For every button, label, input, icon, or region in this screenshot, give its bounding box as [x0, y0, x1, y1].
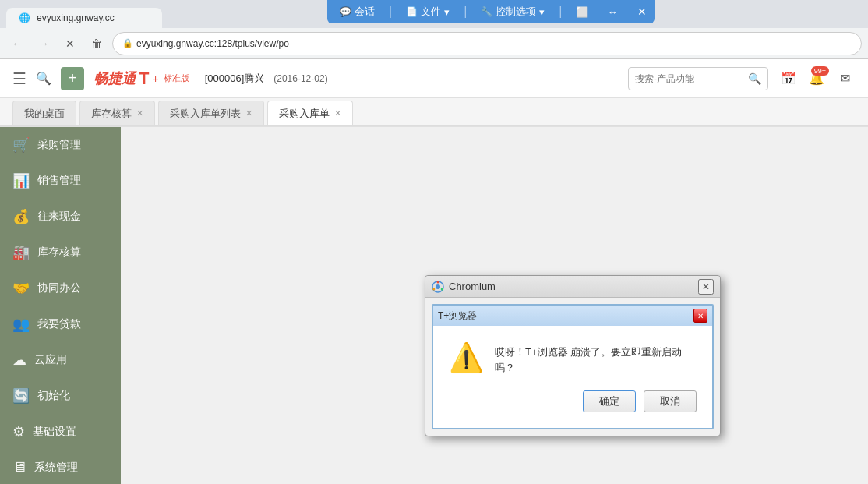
app-icons: 📅 🔔 99+ ✉ — [778, 68, 856, 90]
sidebar-item-init-label: 初始化 — [37, 389, 70, 403]
address-bar[interactable]: 🔒 evyuxing.gnway.cc:128/tplus/view/po — [112, 32, 862, 55]
chat-control-label: 控制选项 — [496, 5, 536, 19]
chat-file-label: 文件 — [421, 5, 441, 19]
chromium-logo — [432, 281, 444, 293]
company-code: [000006]腾兴 — [205, 72, 265, 86]
sidebar-item-cloud[interactable]: ☁ 云应用 — [0, 342, 121, 378]
notification-button[interactable]: 🔔 99+ — [806, 68, 827, 90]
url-text: evyuxing.gnway.cc:128/tplus/view/po — [136, 38, 289, 49]
sidebar-item-settings-label: 基础设置 — [33, 425, 76, 439]
crash-dialog-body: ⚠️ 哎呀！T+浏览器 崩溃了。要立即重新启动吗？ 确定 取消 — [433, 326, 712, 428]
crash-buttons: 确定 取消 — [449, 390, 697, 415]
sidebar-item-collab[interactable]: 🤝 协同办公 — [0, 270, 121, 306]
crash-dialog-message: ⚠️ 哎呀！T+浏览器 崩溃了。要立即重新启动吗？ — [449, 341, 697, 375]
tab-purchase-list[interactable]: 采购入库单列表 ✕ — [158, 101, 264, 125]
tab-my-desk-label: 我的桌面 — [24, 107, 65, 121]
svg-point-4 — [432, 288, 435, 290]
chat-expand-button[interactable]: ↔ — [602, 5, 622, 19]
crash-dialog: T+浏览器 ✕ ⚠️ 哎呀！T+浏览器 崩溃了。要立即重新启动吗？ 确定 取消 — [432, 304, 714, 429]
main-content: Chromium ✕ T+浏览器 ✕ ⚠️ 哎呀！T+浏览器 崩溃了。要立即重新… — [121, 127, 868, 484]
refresh-button[interactable]: 🗑 — [86, 33, 108, 55]
app-logo-text: 畅捷通 — [94, 69, 136, 88]
tab-purchase-order-close[interactable]: ✕ — [334, 108, 341, 118]
chat-session-label: 会话 — [355, 5, 375, 19]
svg-point-1 — [436, 284, 440, 289]
app-logo: 畅捷通 T + 标准版 — [94, 69, 189, 89]
tab-purchase-order[interactable]: 采购入库单 ✕ — [267, 101, 353, 125]
sidebar-item-cash[interactable]: 💰 往来现金 — [0, 199, 121, 235]
tab-inventory-calc-label: 库存核算 — [91, 107, 132, 121]
tab-inventory-calc-close[interactable]: ✕ — [136, 108, 143, 118]
chat-session-button[interactable]: 💬 会话 — [335, 3, 379, 20]
app-container: 🛒 采购管理 📊 销售管理 💰 往来现金 🏭 库存核算 🤝 协同办公 👥 我要贷… — [0, 127, 868, 484]
tab-title: evyuxing.gnway.cc — [37, 12, 115, 23]
chat-bar: 💬 会话 | 📄 文件 ▾ | 🔧 控制选项 ▾ | ⬜ ↔ ✕ — [327, 0, 655, 23]
confirm-button[interactable]: 确定 — [583, 390, 636, 412]
chat-screen-button[interactable]: ⬜ — [571, 5, 593, 19]
message-button[interactable]: ✉ — [834, 68, 856, 90]
browser-tab[interactable]: 🌐 evyuxing.gnway.cc — [6, 8, 162, 28]
settings-icon: ⚙ — [12, 423, 25, 440]
browser-toolbar: ← → ✕ 🗑 🔒 evyuxing.gnway.cc:128/tplus/vi… — [0, 28, 868, 59]
topbar-search-button[interactable]: 🔍 — [36, 71, 51, 86]
sidebar-item-sales[interactable]: 📊 销售管理 — [0, 163, 121, 199]
sidebar-item-loan-label: 我要贷款 — [37, 317, 81, 331]
chat-file-button[interactable]: 📄 文件 ▾ — [401, 3, 454, 20]
sidebar-item-init[interactable]: 🔄 初始化 — [0, 378, 121, 414]
cancel-button[interactable]: 取消 — [644, 390, 697, 412]
chevron-down-icon2: ▾ — [539, 6, 545, 18]
svg-point-3 — [441, 288, 443, 290]
cash-icon: 💰 — [12, 208, 30, 225]
chat-icon: 💬 — [340, 6, 351, 17]
app-topbar: ☰ 🔍 + 畅捷通 T + 标准版 [000006]腾兴 (2016-12-02… — [0, 59, 868, 98]
sidebar-item-collab-label: 协同办公 — [37, 281, 81, 295]
tab-inventory-calc[interactable]: 库存核算 ✕ — [79, 101, 155, 125]
chromium-title-text: Chromium — [449, 281, 698, 292]
back-button[interactable]: ← — [6, 33, 28, 55]
topbar-add-button[interactable]: + — [61, 67, 84, 90]
cloud-icon: ☁ — [12, 352, 26, 369]
crash-dialog-title-text: T+浏览器 — [438, 309, 690, 323]
tab-purchase-list-label: 采购入库单列表 — [170, 107, 241, 121]
sysadmin-icon: 🖥 — [12, 459, 26, 475]
chat-control-button[interactable]: 🔧 控制选项 ▾ — [476, 3, 549, 20]
sidebar-item-sysadmin-label: 系统管理 — [34, 461, 78, 475]
search-input[interactable] — [635, 73, 748, 84]
chromium-body: T+浏览器 ✕ ⚠️ 哎呀！T+浏览器 崩溃了。要立即重新启动吗？ 确定 取消 — [425, 304, 720, 429]
sidebar-item-cash-label: 往来现金 — [37, 210, 81, 224]
app-tabbar: 我的桌面 库存核算 ✕ 采购入库单列表 ✕ 采购入库单 ✕ — [0, 98, 868, 126]
chromium-window: Chromium ✕ T+浏览器 ✕ ⚠️ 哎呀！T+浏览器 崩溃了。要立即重新… — [425, 275, 721, 436]
chromium-close-button[interactable]: ✕ — [698, 279, 714, 295]
init-icon: 🔄 — [12, 387, 30, 405]
forward-button[interactable]: → — [33, 33, 55, 55]
purchase-icon: 🛒 — [12, 136, 30, 154]
tab-purchase-list-close[interactable]: ✕ — [245, 108, 252, 118]
calendar-button[interactable]: 📅 — [778, 68, 799, 90]
chat-close-button[interactable]: ✕ — [637, 5, 647, 18]
sidebar-item-loan[interactable]: 👥 我要贷款 — [0, 306, 121, 342]
sales-icon: 📊 — [12, 172, 30, 189]
search-box[interactable]: 🔍 — [628, 67, 768, 90]
chevron-down-icon: ▾ — [444, 6, 450, 18]
lock-icon: 🔒 — [122, 38, 133, 48]
file-icon: 📄 — [406, 6, 418, 17]
sidebar-item-sysadmin[interactable]: 🖥 系统管理 — [0, 450, 121, 484]
close-button[interactable]: ✕ — [59, 33, 81, 55]
app-logo-plus: + — [152, 72, 158, 85]
app-header: ☰ 🔍 + 畅捷通 T + 标准版 [000006]腾兴 (2016-12-02… — [0, 59, 868, 127]
sidebar-item-inventory[interactable]: 🏭 库存核算 — [0, 235, 121, 270]
tab-my-desk[interactable]: 我的桌面 — [12, 101, 76, 125]
sidebar-item-inventory-label: 库存核算 — [37, 246, 81, 260]
app-edition: 标准版 — [164, 72, 189, 84]
sidebar-item-cloud-label: 云应用 — [34, 353, 67, 367]
loan-icon: 👥 — [12, 316, 30, 333]
sidebar-item-purchase-label: 采购管理 — [37, 138, 81, 152]
sidebar-item-settings[interactable]: ⚙ 基础设置 — [0, 414, 121, 450]
svg-point-2 — [437, 281, 439, 283]
app-date: (2016-12-02) — [273, 73, 327, 84]
crash-dialog-close-button[interactable]: ✕ — [693, 309, 707, 323]
tab-purchase-order-label: 采购入库单 — [279, 107, 330, 121]
sidebar-item-purchase[interactable]: 🛒 采购管理 — [0, 127, 121, 163]
notification-badge: 99+ — [811, 66, 829, 76]
menu-toggle-button[interactable]: ☰ — [12, 69, 26, 88]
